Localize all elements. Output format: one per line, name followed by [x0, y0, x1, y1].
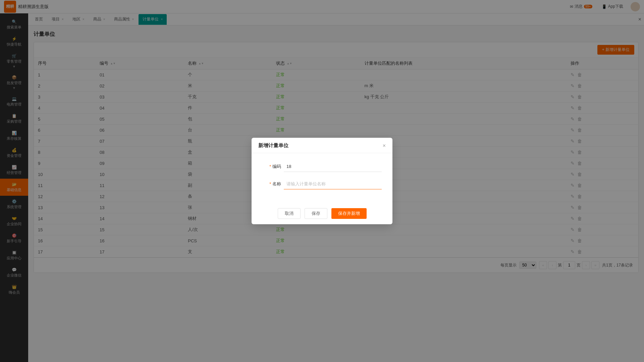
form-row-code: 编码: [262, 161, 382, 172]
save-new-button[interactable]: 保存并新增: [331, 208, 367, 219]
modal-overlay: 新增计量单位 × 编码 名称 取消 保存 保存并新增: [0, 0, 644, 362]
form-name-input[interactable]: [284, 179, 382, 189]
form-row-name: 名称: [262, 179, 382, 189]
cancel-button[interactable]: 取消: [278, 208, 301, 219]
save-button[interactable]: 保存: [305, 208, 327, 219]
form-code-input[interactable]: [284, 161, 382, 172]
modal-add-uom: 新增计量单位 × 编码 名称 取消 保存 保存并新增: [252, 138, 392, 224]
modal-close-button[interactable]: ×: [383, 143, 386, 148]
modal-header: 新增计量单位 ×: [252, 138, 392, 153]
form-name-label: 名称: [262, 181, 281, 187]
modal-title: 新增计量单位: [258, 142, 288, 149]
form-code-label: 编码: [262, 164, 281, 170]
modal-body: 编码 名称: [252, 153, 392, 204]
modal-footer: 取消 保存 保存并新增: [252, 204, 392, 224]
